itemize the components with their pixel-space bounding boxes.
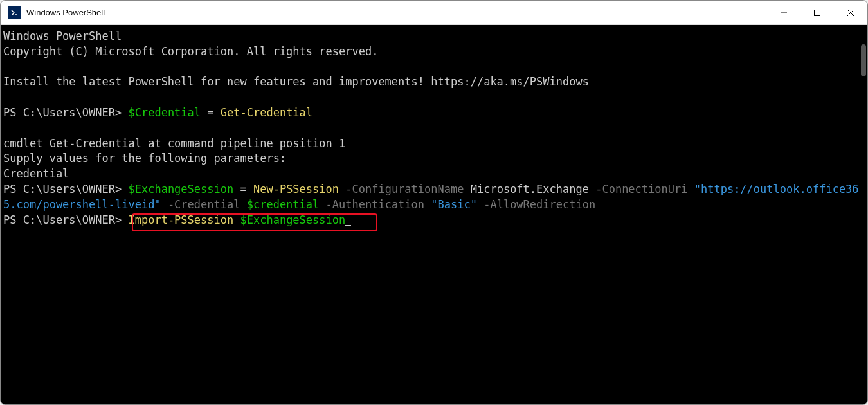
svg-rect-3 xyxy=(815,10,820,15)
cmdlet-text: New-PSSession xyxy=(253,183,339,195)
maximize-icon xyxy=(813,9,821,17)
powershell-icon xyxy=(8,6,21,19)
cmdlet-text: Get-Credential xyxy=(221,106,312,119)
minimize-icon xyxy=(780,9,788,17)
powershell-window: Windows PowerShell Windows PowerShellCop… xyxy=(0,0,868,405)
terminal-line: Install the latest PowerShell for new fe… xyxy=(3,75,865,90)
variable-text: $credential xyxy=(247,198,320,211)
prompt-text: PS C:\Users\OWNER> xyxy=(3,183,128,195)
terminal-line: PS C:\Users\OWNER> $ExchangeSession = Ne… xyxy=(3,182,865,213)
terminal-line: PS C:\Users\OWNER> Import-PSSession $Exc… xyxy=(3,213,865,228)
variable-text: $ExchangeSession xyxy=(128,183,233,195)
terminal-blank xyxy=(3,60,865,75)
close-button[interactable] xyxy=(834,1,867,24)
terminal-area[interactable]: Windows PowerShellCopyright (C) Microsof… xyxy=(1,25,867,404)
terminal-line: Windows PowerShell xyxy=(3,29,865,44)
terminal-line: PS C:\Users\OWNER> $Credential = Get-Cre… xyxy=(3,105,865,121)
terminal-blank xyxy=(3,90,865,105)
param-text: -Credential xyxy=(161,198,247,211)
terminal-line: Credential xyxy=(3,166,865,182)
terminal-line: Copyright (C) Microsoft Corporation. All… xyxy=(3,44,865,60)
close-icon xyxy=(847,9,854,17)
terminal-content: Windows PowerShellCopyright (C) Microsof… xyxy=(3,29,865,228)
param-text: -AllowRedirection xyxy=(477,198,595,211)
scrollbar-thumb[interactable] xyxy=(861,44,866,76)
prompt-text: PS C:\Users\OWNER> xyxy=(3,106,128,119)
window-title: Windows PowerShell xyxy=(26,8,767,17)
cmdlet-text: Import-PSSession xyxy=(128,213,233,226)
cursor-icon xyxy=(345,225,351,226)
window-controls xyxy=(767,1,867,24)
param-text: -ConnectionUri xyxy=(589,183,694,195)
variable-text: $ExchangeSession xyxy=(240,213,345,226)
terminal-line: Supply values for the following paramete… xyxy=(3,151,865,166)
minimize-button[interactable] xyxy=(767,1,800,24)
terminal-blank xyxy=(3,121,865,136)
prompt-text: PS C:\Users\OWNER> xyxy=(3,213,128,226)
titlebar[interactable]: Windows PowerShell xyxy=(1,1,867,25)
variable-text: $Credential xyxy=(128,106,201,119)
param-text: -ConfigurationName xyxy=(339,183,471,195)
maximize-button[interactable] xyxy=(800,1,834,24)
terminal-line: cmdlet Get-Credential at command pipelin… xyxy=(3,136,865,152)
param-text: -Authentication xyxy=(319,198,431,211)
